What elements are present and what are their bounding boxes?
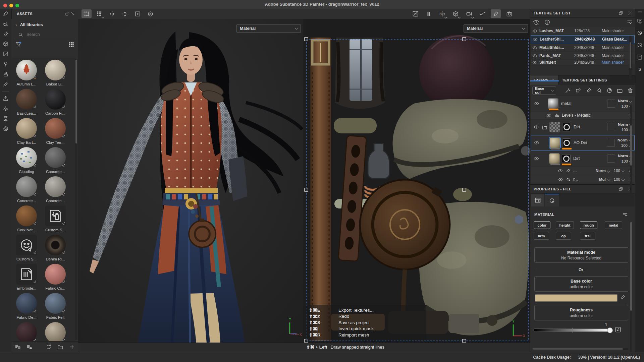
asset-item[interactable]: Concrete... (14, 176, 39, 203)
tool-paint-brush[interactable] (0, 9, 11, 19)
asset-item[interactable]: Fabric La... (14, 322, 39, 341)
new-shelf-folder-icon[interactable] (57, 344, 63, 350)
properties-hscroll[interactable] (532, 348, 628, 350)
channel-filter-dropdown[interactable]: Base col (532, 86, 556, 95)
solo-texture-set-icon[interactable]: 1 (544, 19, 550, 25)
eye-icon[interactable] (532, 45, 537, 50)
channel-chip-color[interactable]: color (534, 221, 550, 229)
add-paint-icon[interactable] (566, 168, 571, 173)
tab-tool-settings[interactable] (531, 194, 544, 206)
toolbar-pause-engine[interactable] (424, 9, 434, 18)
texture-set-shader[interactable]: Main shader (602, 60, 633, 65)
eye-icon[interactable] (532, 60, 537, 65)
asset-item[interactable]: Cork Nat... (14, 205, 39, 232)
add-smart-mask-icon[interactable] (606, 87, 612, 94)
eye-icon[interactable] (558, 168, 563, 173)
import-folder-icon[interactable] (26, 344, 33, 350)
toolbar-mirror-view[interactable]: D (437, 9, 447, 18)
tool-resources[interactable] (0, 124, 11, 134)
float-panel-icon[interactable] (619, 11, 623, 15)
swap-channels-icon[interactable] (615, 326, 621, 333)
shader-dropdown-2d[interactable]: Material (464, 24, 528, 33)
opacity-dropdown[interactable]: 100 (614, 177, 624, 181)
texture-set-row[interactable]: Lashes_MAT128x128Main shader (531, 27, 635, 35)
tool-baking[interactable] (0, 114, 11, 124)
dock-substance-share[interactable]: S (635, 64, 644, 74)
toolbar-reset-view[interactable] (145, 9, 155, 18)
add-group-icon[interactable] (617, 87, 623, 94)
texture-set-shader[interactable]: Main shader (602, 53, 633, 58)
base-color-swatch[interactable] (535, 294, 618, 302)
dock-shader-settings[interactable] (635, 28, 644, 38)
empty-mask-slot[interactable] (607, 123, 615, 131)
import-list-icon[interactable] (15, 344, 21, 350)
asset-item[interactable]: Fabric Felt (43, 293, 67, 319)
eye-icon[interactable] (532, 53, 537, 58)
channel-chip-height[interactable]: height (556, 221, 574, 229)
empty-mask-slot[interactable] (607, 100, 615, 108)
shader-dropdown-3d[interactable]: Material (236, 24, 301, 33)
asset-item[interactable]: Carbon Fi... (43, 89, 67, 115)
refresh-icon[interactable] (46, 344, 52, 350)
levels-icon[interactable] (554, 113, 559, 118)
texture-set-row[interactable]: MetalShlds...2048x2048Main shader (531, 44, 635, 51)
texture-set-row[interactable]: LeatherShl...2048x2048Glass Beak... (531, 35, 635, 43)
channel-chip-nrm[interactable]: nrm (534, 232, 549, 240)
toolbar-transform[interactable] (82, 9, 92, 18)
toolbar-screenshot[interactable] (504, 9, 514, 18)
texture-set-shader[interactable]: Main shader (602, 45, 633, 50)
tab-texture-set-settings[interactable]: TEXTURE SET SETTINGS (559, 75, 610, 85)
dock-grip[interactable] (638, 11, 642, 12)
layer-mask-thumbnail[interactable] (562, 138, 571, 147)
asset-item[interactable]: Fabric Co... (43, 264, 67, 290)
tool-polygon-fill[interactable] (0, 39, 11, 49)
toolbar-tile-projection[interactable] (94, 9, 104, 18)
layer-thumbnail[interactable] (549, 153, 560, 164)
tool-material-picker[interactable] (0, 79, 11, 89)
layer-row[interactable]: DirtNorm100 (531, 151, 635, 166)
eye-icon[interactable] (532, 28, 537, 34)
toolbar-add-frame[interactable] (132, 9, 143, 18)
viewport-2d[interactable]: Y X Material ⇧⌘EExport Textures...⇧⌘ZRed… (304, 19, 531, 343)
layer-thumbnail[interactable] (548, 98, 558, 109)
eye-icon[interactable] (534, 156, 539, 161)
color-picker-icon[interactable] (620, 294, 626, 300)
toolbar-display-mode[interactable] (450, 9, 461, 18)
slider-knob[interactable] (607, 327, 613, 333)
search-input[interactable] (26, 32, 67, 37)
asset-item[interactable]: Concrete... (43, 147, 67, 174)
asset-item[interactable]: Fabric Li... (43, 322, 67, 341)
tool-eraser[interactable] (0, 19, 11, 29)
texture-set-shader[interactable]: Main shader (602, 28, 633, 33)
viewport-3d[interactable]: Y X Material (78, 19, 304, 343)
delete-layer-icon[interactable] (627, 87, 633, 94)
close-panel-icon[interactable] (627, 11, 632, 15)
layer-thumbnail[interactable] (549, 137, 560, 148)
layer-effect-row[interactable]: r...Mul100 (531, 175, 635, 183)
eye-icon[interactable] (534, 101, 539, 106)
eye-icon[interactable] (558, 177, 563, 182)
tab-layers[interactable]: LAYERS (530, 75, 558, 85)
layers-vscroll[interactable] (630, 105, 632, 198)
dock-history[interactable] (635, 40, 644, 50)
blend-mode-dropdown[interactable]: Norm (618, 99, 632, 103)
asset-item[interactable]: Concrete... (43, 176, 67, 203)
group-thumbnail[interactable] (549, 122, 560, 132)
toolbar-camera-mode[interactable] (464, 9, 474, 18)
texture-set-shader[interactable]: Glass Beak... (602, 37, 633, 42)
grid-view-icon[interactable] (68, 42, 74, 47)
tool-smudge[interactable] (0, 49, 11, 59)
add-group-icon[interactable] (542, 124, 547, 130)
asset-item[interactable]: BasicLea... (14, 89, 39, 115)
asset-item[interactable]: Autumn L... (14, 60, 39, 86)
toolbar-symmetry-h[interactable] (107, 9, 117, 18)
dock-log[interactable] (635, 52, 644, 62)
add-paint-icon[interactable] (586, 87, 592, 94)
roughness-button[interactable]: Roughness uniform color (534, 305, 628, 320)
add-icon[interactable] (69, 344, 75, 350)
asset-item[interactable]: Clay Terr... (43, 118, 67, 144)
toolbar-symmetry-v[interactable] (120, 9, 130, 18)
asset-item[interactable]: Embroide... (14, 264, 39, 290)
eye-icon[interactable] (534, 140, 539, 145)
assets-scrollbar[interactable] (75, 59, 77, 340)
